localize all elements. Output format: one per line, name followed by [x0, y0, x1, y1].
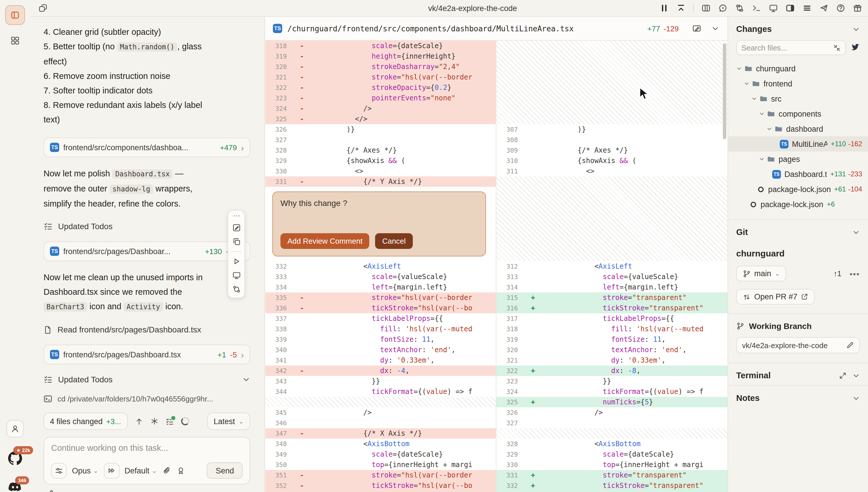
- diff-line[interactable]: 326/>: [496, 407, 727, 418]
- latest-dropdown[interactable]: Latest ⌄: [207, 413, 250, 430]
- commits-ahead-badge[interactable]: ↑1: [834, 269, 841, 278]
- badge-icon[interactable]: [176, 466, 185, 475]
- review-comment-input[interactable]: Why this change ?: [280, 198, 478, 208]
- diff-line[interactable]: 322-strokeOpacity={0.2}: [265, 82, 496, 93]
- review-icon[interactable]: [692, 24, 701, 33]
- diff-line[interactable]: 342-dx: -4,: [265, 366, 496, 376]
- tree-item-components[interactable]: components: [728, 106, 868, 121]
- arrow-up-icon[interactable]: [134, 417, 143, 425]
- diff-line[interactable]: 322+dx: -8,: [496, 366, 727, 376]
- diff-line[interactable]: 343}}: [265, 376, 496, 387]
- terminal-icon[interactable]: [752, 3, 761, 13]
- diff-line[interactable]: 332+tickStroke="transparent": [496, 481, 727, 491]
- diff-line[interactable]: 331+stroke="transparent": [496, 470, 727, 481]
- changes-section-header[interactable]: Changes: [728, 17, 868, 39]
- pause-icon[interactable]: [660, 3, 669, 13]
- pencil-icon[interactable]: [846, 341, 854, 349]
- file-change-chip[interactable]: TS frontend/src/pages/Dashboar... +130 -…: [44, 241, 250, 261]
- file-change-chip[interactable]: TS frontend/src/pages/Dashboard.tsx +1 -…: [44, 345, 250, 364]
- scrollbar-thumb[interactable]: [723, 44, 726, 139]
- files-changed-pill[interactable]: 4 files changed +3...: [44, 413, 127, 430]
- diff-line[interactable]: 335-stroke="hsl(var(--border: [265, 292, 496, 303]
- git-compare-icon[interactable]: [232, 285, 241, 294]
- diff-line[interactable]: 337tickLabelProps={{: [265, 313, 496, 324]
- tree-item-dashboard[interactable]: dashboard: [728, 121, 868, 136]
- settings-sliders-button[interactable]: [51, 463, 67, 478]
- diff-line[interactable]: 313scale={valueScale}: [496, 272, 727, 282]
- diff-line[interactable]: 309{/* Axes */}: [496, 145, 727, 155]
- help-icon[interactable]: [836, 3, 845, 13]
- tree-item-src[interactable]: src: [728, 91, 868, 106]
- diff-line[interactable]: 339fontSize: 11,: [265, 334, 496, 345]
- monitor-icon[interactable]: [769, 3, 778, 13]
- diff-line[interactable]: 347-{/* X Axis */}: [265, 428, 496, 439]
- diff-line[interactable]: 329{showAxis && (: [265, 155, 496, 166]
- diff-line[interactable]: 327: [496, 418, 727, 428]
- tree-item-churnguard[interactable]: churnguard: [728, 61, 868, 76]
- diff-line[interactable]: 307)}: [496, 124, 727, 134]
- chat-bubble-icon[interactable]: [718, 3, 727, 13]
- account-button[interactable]: [6, 420, 24, 438]
- diff-line[interactable]: 334left={margin.left}: [265, 282, 496, 292]
- diff-line[interactable]: 323-pointerEvents="none": [265, 93, 496, 103]
- gift-icon[interactable]: [853, 3, 862, 13]
- composer-input[interactable]: Continue working on this task...: [51, 443, 243, 452]
- diff-line[interactable]: 311<>: [496, 166, 727, 176]
- updated-todos-row[interactable]: Updated Todos: [44, 222, 250, 231]
- diff-line[interactable]: 324tickFormat={(value) => f: [496, 387, 727, 397]
- diff-line[interactable]: 310{showAxis && (: [496, 155, 727, 166]
- diff-line[interactable]: 328<AxisBottom: [496, 439, 727, 449]
- diff-line[interactable]: 330<>: [265, 166, 496, 176]
- cancel-button[interactable]: Cancel: [375, 233, 413, 249]
- diff-line[interactable]: 333scale={valueScale}: [265, 272, 496, 282]
- todos-status-icon[interactable]: [165, 417, 174, 425]
- bird-icon[interactable]: [850, 43, 860, 52]
- diff-line[interactable]: 332<AxisLeft: [265, 261, 496, 272]
- git-compare-icon[interactable]: [735, 3, 744, 13]
- terminal-section-header[interactable]: Terminal: [728, 363, 868, 385]
- chevron-down-icon[interactable]: [242, 375, 250, 384]
- diff-line[interactable]: 348<AxisBottom: [265, 439, 496, 449]
- fast-forward-button[interactable]: [103, 463, 119, 478]
- open-pr-button[interactable]: Open PR #7: [736, 289, 815, 304]
- working-branch-input[interactable]: vk/4e2a-explore-the-code: [736, 337, 860, 353]
- tree-item-MultiLineArea.tsx[interactable]: TSMultiLineArea.tsx+110-162: [728, 136, 868, 151]
- file-change-chip[interactable]: TS frontend/src/components/dashboa... +4…: [44, 138, 250, 157]
- diff-line[interactable]: 324-/>: [265, 103, 496, 114]
- menu-icon[interactable]: [802, 3, 812, 13]
- diff-line[interactable]: 328{/* Axes */}: [265, 145, 496, 155]
- workspace-button-active[interactable]: [5, 5, 25, 25]
- diff-line[interactable]: 314left={margin.left}: [496, 282, 727, 292]
- collapse-icon[interactable]: [833, 44, 841, 51]
- tree-item-package-lock.json[interactable]: package-lock.json+61-104: [728, 181, 868, 197]
- diff-line[interactable]: 319fontSize: 11,: [496, 334, 727, 345]
- diff-line[interactable]: 320textAnchor: 'end',: [496, 345, 727, 355]
- diff-line[interactable]: 326)}: [265, 124, 496, 134]
- tree-item-package-lock.json[interactable]: package-lock.json+6: [728, 197, 868, 212]
- diff-line[interactable]: 308: [496, 134, 727, 145]
- diff-line[interactable]: 336-tickStroke="hsl(var(--bo: [265, 303, 496, 313]
- diff-line[interactable]: 318-scale={dateScale}: [265, 41, 496, 51]
- diff-line[interactable]: 323}}: [496, 376, 727, 387]
- grid-view-button[interactable]: [5, 31, 25, 50]
- collapse-up-icon[interactable]: [676, 3, 686, 13]
- annotate-icon[interactable]: [232, 223, 241, 232]
- diff-line[interactable]: 331-{/* Y Axis */}: [265, 176, 496, 187]
- edit-icon[interactable]: [45, 489, 250, 492]
- diff-line[interactable]: 319-height={innerHeight}: [265, 51, 496, 62]
- diff-line[interactable]: 316+tickStroke="transparent": [496, 303, 727, 313]
- diff-line[interactable]: 330top={innerHeight + margi: [496, 460, 727, 470]
- attachment-icon[interactable]: [162, 466, 171, 475]
- diff-line[interactable]: 350top={innerHeight + margi: [265, 460, 496, 470]
- diff-line[interactable]: 333+: [496, 491, 727, 492]
- notes-section-header[interactable]: Notes: [728, 386, 868, 408]
- diff-line[interactable]: 317tickLabelProps={{: [496, 313, 727, 324]
- github-link[interactable]: ★ 22k: [8, 451, 22, 465]
- send-icon[interactable]: [819, 3, 828, 13]
- diff-line[interactable]: 345/>: [265, 407, 496, 418]
- diff-line[interactable]: 325-</>: [265, 114, 496, 124]
- windows-overview-icon[interactable]: [38, 3, 48, 13]
- read-file-row[interactable]: Read frontend/src/pages/Dashboard.tsx: [44, 325, 250, 334]
- diff-line[interactable]: 349scale={dateScale}: [265, 449, 496, 460]
- diff-line[interactable]: 318fill: 'hsl(var(--muted: [496, 324, 727, 334]
